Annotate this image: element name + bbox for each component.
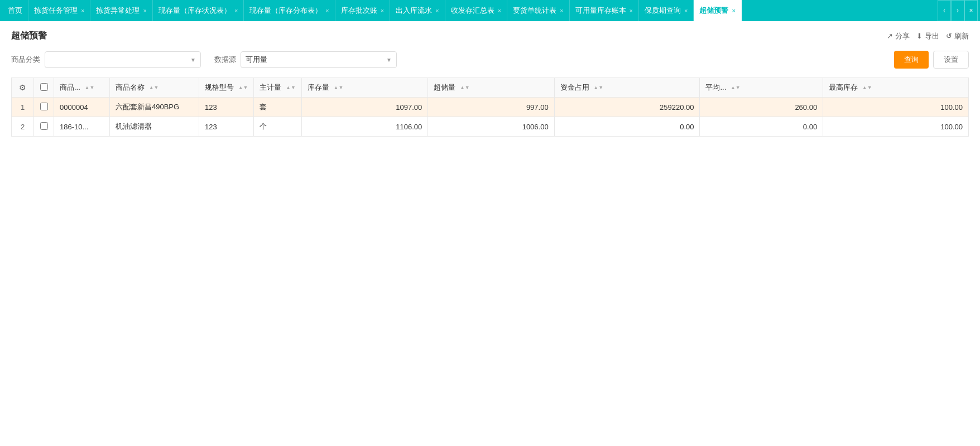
header-gear[interactable]: ⚙ xyxy=(12,78,34,98)
nav-item-batch[interactable]: 库存批次账 × xyxy=(335,0,390,21)
nav-item-overstock[interactable]: 超储预警 × xyxy=(694,0,741,21)
row-overstock-1: 997.00 xyxy=(428,98,554,117)
close-icon[interactable]: × xyxy=(560,7,563,14)
nav-prev-button[interactable]: ‹ xyxy=(938,0,951,21)
header-actions: ↗ 分享 ⬇ 导出 ↺ 刷新 xyxy=(887,31,969,41)
row-stock-1: 1097.00 xyxy=(301,98,427,117)
top-nav: 首页 拣货任务管理 × 拣货异常处理 × 现存量（库存状况表） × 现存量（库存… xyxy=(0,0,980,21)
close-icon[interactable]: × xyxy=(381,7,384,14)
header-unit[interactable]: 主计量 ▲▼ xyxy=(254,78,301,98)
refresh-button[interactable]: ↺ 刷新 xyxy=(946,31,969,41)
nav-item-flow[interactable]: 出入库流水 × xyxy=(390,0,445,21)
row-overstock-2: 1006.00 xyxy=(428,117,554,137)
header-capital[interactable]: 资金占用 ▲▼ xyxy=(554,78,700,98)
datasource-value: 可用量 xyxy=(246,55,267,65)
row-max-stock-1: 100.00 xyxy=(823,98,969,117)
close-icon[interactable]: × xyxy=(498,7,501,14)
header-product-id[interactable]: 商品... ▲▼ xyxy=(54,78,110,98)
row-num-1: 1 xyxy=(12,98,34,117)
nav-item-expiry[interactable]: 保质期查询 × xyxy=(639,0,694,21)
nav-item-home[interactable]: 首页 xyxy=(2,0,28,21)
sort-icon: ▲▼ xyxy=(862,85,872,90)
chevron-down-icon: ▼ xyxy=(386,57,392,63)
table-row: 2 186-10... 机油滤清器 123 个 1106.00 1006.00 … xyxy=(12,117,969,137)
close-icon[interactable]: × xyxy=(732,7,735,14)
table-row: 1 0000004 六配套新昌490BPG 123 套 1097.00 997.… xyxy=(12,98,969,117)
filter-buttons: 查询 设置 xyxy=(894,51,969,69)
row-product-id-2: 186-10... xyxy=(54,117,110,137)
sort-icon: ▲▼ xyxy=(286,85,296,90)
datasource-label: 数据源 xyxy=(214,55,236,65)
sort-icon: ▲▼ xyxy=(84,85,94,90)
header-avg[interactable]: 平均... ▲▼ xyxy=(700,78,823,98)
row-capital-1: 259220.00 xyxy=(554,98,700,117)
header-overstock[interactable]: 超储量 ▲▼ xyxy=(428,78,554,98)
query-button[interactable]: 查询 xyxy=(894,51,929,69)
gear-icon[interactable]: ⚙ xyxy=(18,83,27,92)
sort-icon: ▲▼ xyxy=(238,85,248,90)
header-product-name[interactable]: 商品名称 ▲▼ xyxy=(110,78,199,98)
close-icon[interactable]: × xyxy=(435,7,439,14)
sort-icon: ▲▼ xyxy=(334,85,344,90)
sort-icon: ▲▼ xyxy=(460,85,470,90)
row-spec-2: 123 xyxy=(199,117,254,137)
row-product-name-1: 六配套新昌490BPG xyxy=(110,98,199,117)
header-checkbox[interactable] xyxy=(34,78,54,98)
share-button[interactable]: ↗ 分享 xyxy=(887,31,910,41)
close-icon[interactable]: × xyxy=(684,7,688,14)
nav-item-stock-dist[interactable]: 现存量（库存分布表） × xyxy=(244,0,335,21)
close-icon[interactable]: × xyxy=(630,7,633,14)
row-avg-1: 260.00 xyxy=(700,98,823,117)
nav-item-task[interactable]: 拣货任务管理 × xyxy=(28,0,90,21)
chevron-down-icon: ▼ xyxy=(190,57,196,63)
close-icon[interactable]: × xyxy=(81,7,84,14)
header-max-stock[interactable]: 最高库存 ▲▼ xyxy=(823,78,969,98)
nav-close-button[interactable]: × xyxy=(964,0,978,21)
category-label: 商品分类 xyxy=(11,55,40,65)
row-spec-1: 123 xyxy=(199,98,254,117)
close-icon[interactable]: × xyxy=(234,7,238,14)
category-select[interactable]: ▼ xyxy=(45,51,201,68)
export-button[interactable]: ⬇ 导出 xyxy=(916,31,939,41)
header-stock[interactable]: 库存量 ▲▼ xyxy=(301,78,427,98)
select-all-checkbox[interactable] xyxy=(40,83,48,91)
row-checkbox-1[interactable] xyxy=(34,98,54,117)
row-avg-2: 0.00 xyxy=(700,117,823,137)
row-checkbox-2[interactable] xyxy=(34,117,54,137)
nav-item-summary[interactable]: 收发存汇总表 × xyxy=(445,0,507,21)
page-container: 超储预警 ↗ 分享 ⬇ 导出 ↺ 刷新 商品分类 ▼ 数据源 xyxy=(0,21,980,446)
page-header: 超储预警 ↗ 分享 ⬇ 导出 ↺ 刷新 xyxy=(11,30,969,42)
nav-item-order-stats[interactable]: 要货单统计表 × xyxy=(507,0,569,21)
row-product-id-1: 0000004 xyxy=(54,98,110,117)
settings-button[interactable]: 设置 xyxy=(933,51,969,69)
filter-row: 商品分类 ▼ 数据源 可用量 ▼ 查询 设置 xyxy=(11,51,969,69)
row-unit-1: 套 xyxy=(254,98,301,117)
row-product-name-2: 机油滤清器 xyxy=(110,117,199,137)
row-capital-2: 0.00 xyxy=(554,117,700,137)
sort-icon: ▲▼ xyxy=(593,85,603,90)
datasource-select[interactable]: 可用量 ▼ xyxy=(241,51,397,68)
nav-item-available[interactable]: 可用量库存账本 × xyxy=(570,0,639,21)
nav-item-exception[interactable]: 拣货异常处理 × xyxy=(90,0,152,21)
table-header-row: ⚙ 商品... ▲▼ 商品名称 ▲▼ 规格型号 ▲▼ 主计 xyxy=(12,78,969,98)
close-icon[interactable]: × xyxy=(325,7,329,14)
category-filter: 商品分类 ▼ xyxy=(11,51,201,68)
nav-next-button[interactable]: › xyxy=(951,0,964,21)
export-icon: ⬇ xyxy=(916,32,923,40)
header-spec[interactable]: 规格型号 ▲▼ xyxy=(199,78,254,98)
sort-icon: ▲▼ xyxy=(731,85,741,90)
share-icon: ↗ xyxy=(887,32,893,40)
row-max-stock-2: 100.00 xyxy=(823,117,969,137)
close-icon[interactable]: × xyxy=(143,7,146,14)
refresh-icon: ↺ xyxy=(946,32,952,40)
row-stock-2: 1106.00 xyxy=(301,117,427,137)
row-select-checkbox[interactable] xyxy=(40,122,48,130)
data-table: ⚙ 商品... ▲▼ 商品名称 ▲▼ 规格型号 ▲▼ 主计 xyxy=(11,77,969,137)
row-unit-2: 个 xyxy=(254,117,301,137)
sort-icon: ▲▼ xyxy=(149,85,159,90)
page-title: 超储预警 xyxy=(11,30,47,42)
row-num-2: 2 xyxy=(12,117,34,137)
row-select-checkbox[interactable] xyxy=(40,103,48,110)
nav-item-stock-status[interactable]: 现存量（库存状况表） × xyxy=(153,0,244,21)
nav-arrows: ‹ › × xyxy=(938,0,978,21)
